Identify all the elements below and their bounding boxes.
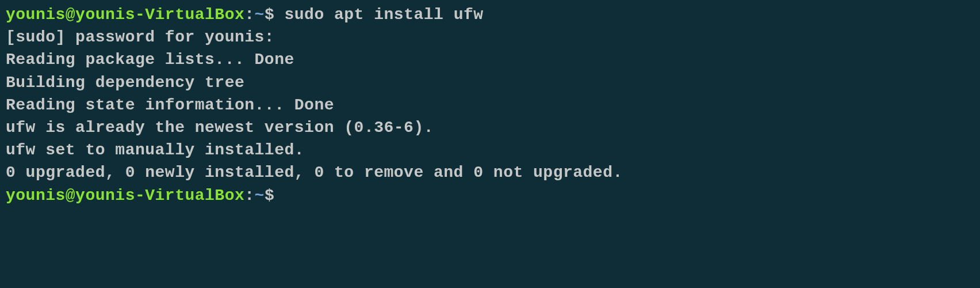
prompt-user-host: younis@younis-VirtualBox [6,6,244,24]
command-input: sudo apt install ufw [285,6,484,24]
prompt-colon: : [244,187,254,204]
terminal-line-prompt-2[interactable]: younis@younis-VirtualBox:~$ [6,184,974,207]
prompt-path: ~ [255,187,265,204]
terminal-output-line: Reading package lists... Done [6,48,974,71]
prompt-path: ~ [255,6,265,24]
prompt-user-host: younis@younis-VirtualBox [6,187,244,204]
prompt-colon: : [244,6,254,24]
terminal-line-prompt-1[interactable]: younis@younis-VirtualBox:~$ sudo apt ins… [6,3,974,26]
terminal-output-line: ufw set to manually installed. [6,139,974,161]
prompt-dollar: $ [265,6,285,24]
prompt-dollar: $ [265,187,274,204]
terminal-output-line: [sudo] password for younis: [6,26,974,48]
terminal-output-line: Building dependency tree [6,71,974,94]
terminal-output-line: Reading state information... Done [6,94,974,116]
terminal-output-line: 0 upgraded, 0 newly installed, 0 to remo… [6,161,974,184]
terminal-output-line: ufw is already the newest version (0.36-… [6,116,974,139]
